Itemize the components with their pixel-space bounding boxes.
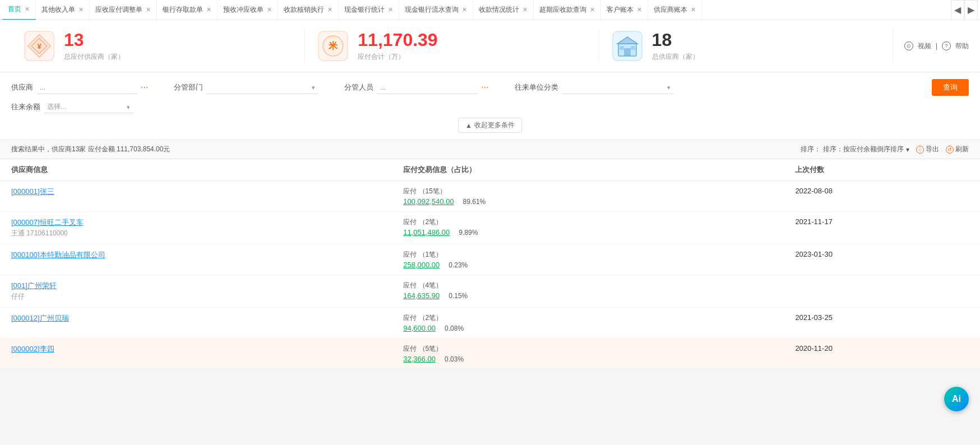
result-text: 搜索结果中，供应商13家 应付金额 111,703,854.00元 [11, 145, 170, 154]
sort-select-wrap: 排序： 排序：按应付余额倒序排序 ▾ [801, 145, 909, 154]
tab-receipt-verify[interactable]: 收款核销执行 ✕ [278, 0, 339, 20]
tab-bank-deposit-close[interactable]: ✕ [206, 6, 211, 13]
tx-label-3: 应付 [403, 281, 418, 289]
tab-collection-stat[interactable]: 收款情况统计 ✕ [473, 0, 534, 20]
summary-area: ¥ 13 总应付供应商（家） 米 11,170.39 应付合计（万） [0, 20, 980, 72]
tab-other-income-close[interactable]: ✕ [78, 6, 84, 13]
col-supplier-info: 供应商信息 [0, 159, 392, 181]
table-wrapper[interactable]: 供应商信息 应付交易信息（占比） 上次付数 [000001]张三应付 （15笔）… [0, 159, 980, 369]
tab-ar-ap-adjust-close[interactable]: ✕ [146, 6, 151, 13]
supplier-link-5[interactable]: [000002]李四 [11, 345, 54, 353]
tab-pre-receipt-label: 预收冲应收单 [223, 5, 264, 15]
tx-count-0: （15笔） [419, 187, 446, 195]
tx-top-1: 应付 （2笔） [403, 217, 773, 227]
card2-content: 11,170.39 应付合计（万） [358, 30, 437, 62]
supplier-link-4[interactable]: [000012]广州贝瑞 [11, 314, 69, 322]
balance-select-wrap: 选择... [44, 100, 133, 113]
card1-label: 总应付供应商（家） [64, 52, 124, 62]
tab-collection-stat-close[interactable]: ✕ [523, 6, 528, 13]
tab-cash-bank-stat[interactable]: 现金银行统计 ✕ [339, 0, 399, 20]
card2-label: 应付合计（万） [358, 52, 437, 62]
tx-amount-5[interactable]: 32,366.00 [403, 355, 436, 363]
person-dots-icon[interactable]: ··· [481, 82, 488, 92]
tab-cash-bank-stat-label: 现金银行统计 [344, 5, 385, 15]
tab-bank-deposit[interactable]: 银行存取款单 ✕ [157, 0, 218, 20]
export-button[interactable]: ○ 导出 [916, 145, 939, 154]
last-pay-cell-4: 2021-03-25 [784, 308, 980, 339]
tab-ar-ap-adjust[interactable]: 应收应付调整单 ✕ [90, 0, 157, 20]
balance-label: 往来余额 [11, 102, 40, 112]
filter-supplier: 供应商 ··· [11, 81, 148, 94]
tx-pct-3: 0.15% [449, 292, 468, 300]
balance-select[interactable]: 选择... [44, 100, 133, 113]
query-button[interactable]: 查询 [932, 79, 969, 96]
tab-customer-ledger[interactable]: 客户账本 ✕ [601, 0, 648, 20]
supplier-link-2[interactable]: [000100]本特勤油品有限公司 [11, 251, 105, 259]
table-header: 供应商信息 应付交易信息（占比） 上次付数 [0, 159, 980, 181]
tab-supplier-ledger[interactable]: 供应商账本 ✕ [648, 0, 702, 20]
tx-cell-2: 应付 （1笔）258,000.000.23% [392, 244, 784, 275]
tx-amount-3[interactable]: 164,635.90 [403, 291, 440, 300]
card-ap-suppliers: ¥ 13 总应付供应商（家） [11, 29, 305, 63]
tab-cash-bank-flow[interactable]: 现金银行流水查询 ✕ [399, 0, 473, 20]
supplier-dots-icon[interactable]: ··· [141, 82, 148, 92]
tx-amount-2[interactable]: 258,000.00 [403, 261, 440, 269]
table-row: [000100]本特勤油品有限公司应付 （1笔）258,000.000.23%2… [0, 244, 980, 275]
tx-label-1: 应付 [403, 218, 418, 226]
supplier-sub-3: 仔仔 [11, 292, 381, 302]
collapse-button[interactable]: ▲ 收起更多条件 [458, 118, 522, 133]
top-right-links: ⊙ 视频 | ? 帮助 [893, 41, 969, 51]
svg-rect-10 [624, 48, 631, 56]
tx-amount-1[interactable]: 11,051,486.00 [403, 228, 450, 237]
table-row: [000001]张三应付 （15笔）100,092,540.0089.61%20… [0, 181, 980, 212]
supplier-link-0[interactable]: [000001]张三 [11, 187, 54, 196]
tab-pre-receipt[interactable]: 预收冲应收单 ✕ [218, 0, 278, 20]
person-input[interactable] [377, 81, 478, 94]
col-tx-info: 应付交易信息（占比） [392, 159, 784, 181]
table-row: [001]广州荣轩仔仔应付 （4笔）164,635.900.15% [0, 275, 980, 308]
tab-receipt-verify-close[interactable]: ✕ [327, 6, 332, 13]
tx-pct-0: 89.61% [463, 198, 486, 206]
tab-supplier-ledger-close[interactable]: ✕ [691, 6, 696, 13]
tab-customer-ledger-close[interactable]: ✕ [637, 6, 642, 13]
card2-number: 11,170.39 [358, 30, 437, 50]
supplier-link-3[interactable]: [001]广州荣轩 [11, 281, 57, 290]
tab-overdue-ar[interactable]: 超期应收款查询 ✕ [534, 0, 601, 20]
tab-bank-deposit-label: 银行存取款单 [163, 5, 203, 15]
tx-bottom-4: 94,600.000.08% [403, 323, 773, 332]
tab-receipt-verify-label: 收款核销执行 [284, 5, 324, 15]
col-last-pay: 上次付数 [784, 159, 980, 181]
nav-prev-arrow[interactable]: ◀ [951, 0, 964, 20]
tx-amount-4[interactable]: 94,600.00 [403, 324, 436, 332]
last-pay-cell-0: 2022-08-08 [784, 181, 980, 212]
collapse-icon: ▲ [465, 122, 472, 129]
card3-content: 18 总供应商（家） [652, 30, 699, 62]
tab-pre-receipt-close[interactable]: ✕ [267, 6, 272, 13]
supplier-input[interactable] [36, 81, 137, 94]
card-ap-total: 米 11,170.39 应付合计（万） [305, 29, 599, 63]
supplier-link-1[interactable]: [000007]恒旺二手叉车 [11, 218, 84, 226]
tab-home[interactable]: 首页 ✕ [2, 0, 36, 20]
svg-rect-12 [631, 46, 635, 50]
tx-top-0: 应付 （15笔） [403, 187, 773, 196]
filter-person: 分管人员 ··· [344, 81, 488, 94]
help-link[interactable]: 帮助 [955, 41, 969, 51]
tab-cash-bank-stat-close[interactable]: ✕ [388, 6, 393, 13]
sort-value[interactable]: 排序：按应付余额倒序排序 [823, 145, 904, 154]
category-select[interactable] [562, 81, 674, 94]
tab-overdue-ar-close[interactable]: ✕ [590, 6, 595, 13]
export-icon: ○ [916, 146, 924, 154]
video-link[interactable]: 视频 [918, 41, 931, 51]
tx-cell-1: 应付 （2笔）11,051,486.009.89% [392, 212, 784, 244]
nav-next-arrow[interactable]: ▶ [964, 0, 978, 20]
table-body: [000001]张三应付 （15笔）100,092,540.0089.61%20… [0, 181, 980, 369]
refresh-icon: ↺ [946, 146, 954, 154]
card3-number: 18 [652, 30, 699, 50]
tab-cash-bank-flow-close[interactable]: ✕ [462, 6, 467, 13]
dept-select[interactable] [206, 81, 318, 94]
refresh-button[interactable]: ↺ 刷新 [946, 145, 969, 154]
tab-other-income[interactable]: 其他收入单 ✕ [36, 0, 90, 20]
supplier-table: 供应商信息 应付交易信息（占比） 上次付数 [000001]张三应付 （15笔）… [0, 159, 980, 369]
tx-amount-0[interactable]: 100,092,540.00 [403, 197, 454, 206]
tab-home-close[interactable]: ✕ [25, 6, 30, 13]
